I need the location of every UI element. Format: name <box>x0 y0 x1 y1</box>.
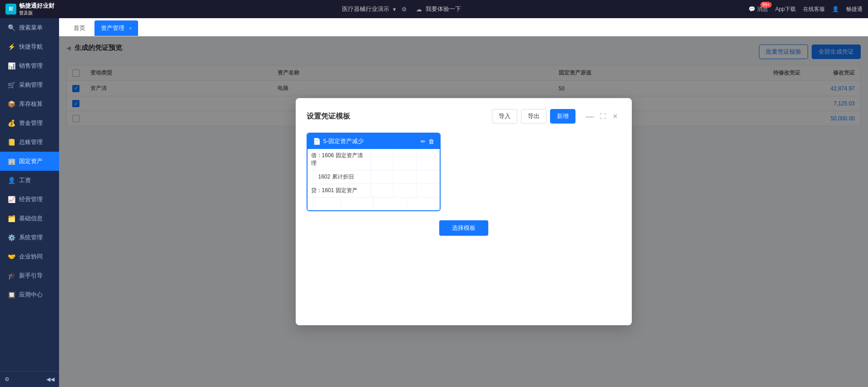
sidebar-item-search[interactable]: 🔍 搜索菜单 <box>0 18 59 37</box>
payroll-icon: 👤 <box>7 176 15 184</box>
sidebar-label-base-info: 基础信息 <box>19 214 43 223</box>
template-cell-3-2 <box>394 170 417 184</box>
template-cell-label-3: 贷：1601 固定资产 <box>308 184 371 197</box>
purchase-icon: 🛒 <box>7 81 15 89</box>
sidebar-item-payroll[interactable]: 👤 工资 <box>0 171 59 190</box>
template-cell-3-3 <box>394 184 417 197</box>
sidebar-label-system: 系统管理 <box>19 233 43 242</box>
app-logo: 财 畅捷通好业财 普及版 <box>5 2 55 16</box>
dialog-actions: 导入 导出 新增 <box>492 109 575 124</box>
template-cell-2-3 <box>371 184 394 197</box>
dialog-maximize-btn[interactable]: ⛶ <box>597 111 608 122</box>
template-empty-row <box>308 198 440 210</box>
sidebar-label-quick-nav: 快捷导航 <box>19 43 43 51</box>
template-cell-4-3 <box>417 184 440 197</box>
app-center-icon: 🔲 <box>7 291 15 299</box>
settings-icon[interactable]: ⚙ <box>402 6 407 13</box>
new-btn[interactable]: 新增 <box>550 109 575 124</box>
sidebar-collapse-btn[interactable]: ◀◀ <box>46 376 55 382</box>
template-name: 5-固定资产减少 <box>323 137 364 145</box>
sidebar-item-operations[interactable]: 📈 经营管理 <box>0 190 59 209</box>
top-bar-center: 医疗器械行业演示 ▾ ⚙ ☁ 我要体验一下 <box>342 5 461 13</box>
template-card-body: 借：1606 固定资产清理 1602 累计折旧 <box>308 149 440 210</box>
sidebar-label-purchase: 采购管理 <box>19 81 43 89</box>
template-cell-2-1 <box>371 149 394 170</box>
dialog-header: 设置凭证模板 导入 导出 新增 — ⛶ × <box>307 109 621 124</box>
sidebar-item-app-center[interactable]: 🔲 应用中心 <box>0 285 59 304</box>
dialog-close-btn[interactable]: × <box>610 111 621 122</box>
main-layout: 🔍 搜索菜单 ⚡ 快捷导航 📊 销售管理 🛒 采购管理 📦 库存核算 <box>0 18 868 387</box>
template-row-2: 1602 累计折旧 <box>308 170 440 184</box>
notification-badge: 99+ <box>760 2 772 8</box>
enterprise-icon: 🤝 <box>7 253 15 261</box>
select-template-btn[interactable]: 选择模板 <box>439 220 488 236</box>
username[interactable]: 畅捷通 <box>846 5 863 13</box>
template-cell-3-1 <box>394 149 417 170</box>
quick-nav-icon: ⚡ <box>7 43 15 51</box>
tab-close-icon[interactable]: × <box>129 25 132 31</box>
top-bar-right: 💬 消息 99+ App下载 在线客服 👤 畅捷通 <box>749 5 863 13</box>
user-avatar: 👤 <box>832 6 839 12</box>
sidebar-label-sales: 销售管理 <box>19 62 43 70</box>
sidebar-label-inventory: 库存核算 <box>19 100 43 108</box>
app-name: 畅捷通好业财 普及版 <box>19 2 55 16</box>
tab-asset-mgmt[interactable]: 资产管理 × <box>94 20 138 36</box>
sidebar-scroll: 🔍 搜索菜单 ⚡ 快捷导航 📊 销售管理 🛒 采购管理 📦 库存核算 <box>0 18 59 371</box>
template-card-header-left: 📄 5-固定资产减少 <box>313 137 364 145</box>
sidebar-item-sales[interactable]: 📊 销售管理 <box>0 56 59 75</box>
sidebar-item-enterprise[interactable]: 🤝 企业协同 <box>0 247 59 266</box>
sidebar-label-enterprise: 企业协同 <box>19 253 43 261</box>
finance-icon: 💰 <box>7 119 15 127</box>
logo-icon: 财 <box>5 4 16 15</box>
ledger-icon: 📒 <box>7 138 15 146</box>
system-icon: ⚙️ <box>7 233 15 242</box>
template-cell-2-2 <box>371 170 394 184</box>
search-icon: 🔍 <box>7 24 15 32</box>
import-btn[interactable]: 导入 <box>492 109 517 124</box>
sidebar-label-finance: 资金管理 <box>19 119 43 127</box>
sidebar-label-ledger: 总账管理 <box>19 138 43 146</box>
sidebar-item-quick-nav[interactable]: ⚡ 快捷导航 <box>0 37 59 56</box>
dialog-minimize-btn[interactable]: — <box>585 111 595 122</box>
sidebar-label-app-center: 应用中心 <box>19 291 43 299</box>
sidebar-label-search: 搜索菜单 <box>19 24 43 32</box>
dialog-title: 设置凭证模板 <box>307 112 350 121</box>
tab-bar: 首页 资产管理 × <box>59 18 868 36</box>
company-dropdown-icon[interactable]: ▾ <box>393 6 396 13</box>
sidebar-item-ledger[interactable]: 📒 总账管理 <box>0 133 59 152</box>
sidebar-label-payroll: 工资 <box>19 176 31 184</box>
fixed-assets-icon: 🏢 <box>7 157 15 165</box>
sidebar: 🔍 搜索菜单 ⚡ 快捷导航 📊 销售管理 🛒 采购管理 📦 库存核算 <box>0 18 59 387</box>
app-download-btn[interactable]: App下载 <box>775 5 796 13</box>
try-btn[interactable]: 我要体验一下 <box>426 5 461 13</box>
app-container: 财 畅捷通好业财 普及版 医疗器械行业演示 ▾ ⚙ ☁ 我要体验一下 💬 消息 … <box>0 0 868 387</box>
page-content: ◀ 生成的凭证预览 批量凭证核验 全部生成凭证 变动类型 <box>59 36 868 387</box>
template-row-3: 贷：1601 固定资产 <box>308 184 440 198</box>
sidebar-settings-btn[interactable]: ⚙ <box>5 376 10 382</box>
base-info-icon: 🗂️ <box>7 214 15 223</box>
template-cell-label-2: 1602 累计折旧 <box>308 170 371 184</box>
sidebar-item-finance[interactable]: 💰 资金管理 <box>0 114 59 133</box>
sidebar-bottom: ⚙ ◀◀ <box>0 371 59 387</box>
template-card-header-icons: ✏ 🗑 <box>421 138 434 145</box>
notifications-btn[interactable]: 💬 消息 99+ <box>749 5 768 13</box>
sidebar-item-system[interactable]: ⚙️ 系统管理 <box>0 228 59 247</box>
content-area: 首页 资产管理 × ◀ 生成的凭证预览 批量凭证核验 <box>59 18 868 387</box>
online-service-btn[interactable]: 在线客服 <box>803 5 825 13</box>
template-edit-icon[interactable]: ✏ <box>421 138 426 145</box>
company-selector[interactable]: 医疗器械行业演示 <box>342 5 389 13</box>
template-cell-4-2 <box>417 170 440 184</box>
sidebar-item-guide[interactable]: 🎓 新手引导 <box>0 266 59 285</box>
template-card-header: 📄 5-固定资产减少 ✏ 🗑 <box>308 134 440 149</box>
export-btn[interactable]: 导出 <box>521 109 546 124</box>
sidebar-item-base-info[interactable]: 🗂️ 基础信息 <box>0 209 59 228</box>
guide-icon: 🎓 <box>7 272 15 280</box>
template-delete-icon[interactable]: 🗑 <box>428 138 434 145</box>
inventory-icon: 📦 <box>7 100 15 108</box>
sidebar-item-purchase[interactable]: 🛒 采购管理 <box>0 75 59 94</box>
modal-overlay: 设置凭证模板 导入 导出 新增 — ⛶ × <box>59 36 868 387</box>
sidebar-item-inventory[interactable]: 📦 库存核算 <box>0 94 59 114</box>
tab-home[interactable]: 首页 <box>66 20 93 36</box>
template-card: 📄 5-固定资产减少 ✏ 🗑 借：1606 固定资产清理 <box>307 133 441 211</box>
sidebar-item-fixed-assets[interactable]: 🏢 固定资产 <box>0 152 59 171</box>
